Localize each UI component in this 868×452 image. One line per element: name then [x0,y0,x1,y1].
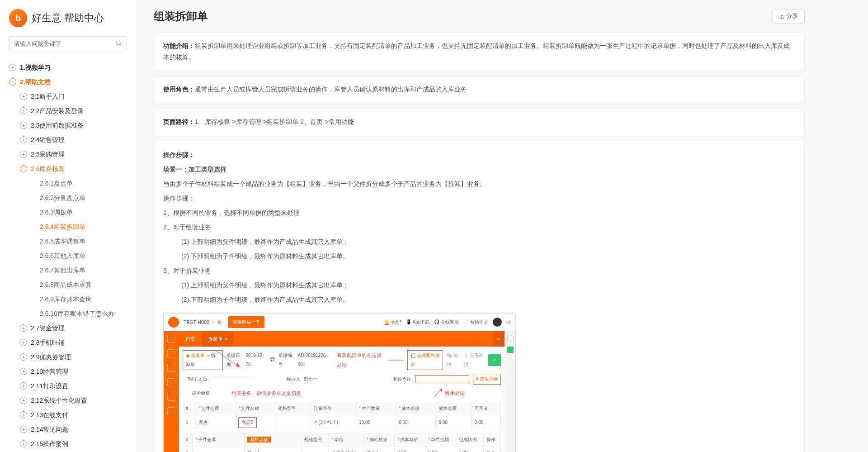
tool-icon [507,336,514,342]
ss-date-label: 单据日期 [226,351,242,369]
scene1-desc: 当由多个子件材料组装成一个成品的业务为【组装】业务，当由一个父件拆分成多个子产品… [163,177,795,190]
ss-help: ❔ 帮助中心 [463,318,488,327]
nav-item-video[interactable]: +1.视频学习 [9,60,127,75]
search-input[interactable] [9,36,127,51]
ss-logo-icon [168,317,179,328]
ss-msg: 🔔 消息● [384,317,402,327]
nav-leaf-261[interactable]: 2.6.1盘点单 [40,176,127,190]
ss-leftbar [164,331,179,452]
nav-sub-29[interactable]: +2.9优惠券管理 [20,350,127,364]
role-card: 使用角色：通常由生产人员或库管人员完成拆装业务的操作，库管人员确认原材料的出库和… [154,76,805,103]
nav-item-docs[interactable]: −2.帮助文档 [9,75,127,89]
nav-sub-211[interactable]: +2.11打印设置 [20,379,127,393]
step3a: (1) 上部明细为父件明细，最终作为原材料生成其它出库单； [163,279,795,291]
ss-btn-op: 操作 [447,353,458,367]
ss-main: 首页 拆装单 × × ◉ 组装单 ○ 拆卸单 单据日期 2019-12-26 📅 [179,331,505,452]
svg-line-1 [120,44,122,46]
steps2-label: 操作步骤： [163,192,795,205]
nav-sub-26[interactable]: −2.6库存核算 [20,162,127,176]
scene1-label: 场景一：加工类型选择 [163,166,226,173]
plus-icon: + [20,440,27,447]
nav-sub-23[interactable]: +2.3使用前数据准备 [20,118,127,133]
svg-line-6 [434,390,441,397]
steps-label: 操作步骤： [163,151,195,158]
nav-sub-22[interactable]: +2.2产品安装及登录 [20,104,127,118]
logo-icon: b [9,9,27,27]
path-card: 页面路径：1、库存核算->库存管理->组装拆卸单 2、首页->常用功能 [154,109,805,135]
nav-sub-24[interactable]: +2.4销售管理 [20,133,127,147]
nav-leaf-265[interactable]: 2.6.5成本调整单 [40,234,127,248]
ss-handler-label: *经手人员 [187,375,207,384]
intro-card: 功能介绍：组装拆卸单用来处理企业组装或拆卸等加工业务，支持有固定装配清单的产品加… [154,33,805,71]
ss-code-val: AD-20191226-001 [298,351,330,369]
nav-sub-213[interactable]: +2.13在线支付 [20,408,127,422]
plus-icon: + [20,151,27,158]
ss-rightcol [505,331,515,452]
plus-icon: + [20,426,27,433]
ss-verifier-val: 刘小一 [304,375,317,384]
home-icon [167,335,175,343]
share-icon [779,14,784,19]
nav-sub-215[interactable]: +2.15操作案例 [20,437,127,451]
sidebar: b 好生意 帮助中心 +1.视频学习 −2.帮助文档 +2.1新手入门 +2.2… [0,0,136,452]
table-row: 1商品 1个(1个=1个)30.000.000.000.00⊕ ⊖ [183,446,501,452]
intro-text: 组装拆卸单用来处理企业组装或拆卸等加工业务，支持有固定装配清单的产品加工业务，也… [163,42,790,61]
expand-icon [507,347,514,353]
svg-point-0 [117,41,120,44]
plus-icon: + [20,411,27,419]
path-text: 1、库存核算->库存管理->组装拆卸单 2、首页->常用功能 [195,118,354,125]
nav-leaf-267[interactable]: 2.6.7其他出库单 [40,263,127,277]
nav: +1.视频学习 −2.帮助文档 +2.1新手入门 +2.2产品安装及登录 +2.… [9,60,127,451]
doc-icon [167,378,175,386]
nav-sub-21[interactable]: +2.1新手入门 [20,89,127,104]
ss-service: 🎧 在线客服 [434,318,459,327]
plus-icon: + [20,353,27,361]
box-icon [167,349,175,357]
step2: 2、对于组装业务 [163,221,795,233]
ss-btn-select: 选择配料清单 [410,353,440,367]
share-button[interactable]: 分享 [772,9,805,24]
ss-cost-label: 成本金额 [192,389,210,398]
ss-anno1: 有装配清单的在这里处理 [337,350,384,370]
ss-code-label: 单据编号 [278,351,294,369]
nav-leaf-2610[interactable]: 2.6.10库存账本错了怎么办 [40,306,127,321]
search-icon[interactable] [116,40,122,48]
ss-user: cc [506,318,511,327]
ss-radio-assemble: 组装单 [191,353,205,358]
search-box [9,36,127,51]
nav-sub-25[interactable]: +2.5采购管理 [20,147,127,162]
ss-trial-btn: 我要购买一下 [228,316,264,328]
plus-icon: + [20,324,27,332]
ss-avatar-icon [493,318,502,327]
arrow-icon [388,358,404,362]
minus-icon: − [9,78,16,86]
nav-sub-214[interactable]: +2.14常见问题 [20,422,127,437]
nav-leaf-268[interactable]: 2.6.8商品成本重算 [40,277,127,292]
plus-icon: + [20,397,27,404]
nav-leaf-262[interactable]: 2.6.2分量盘点单 [40,190,127,205]
nav-sub-212[interactable]: +2.12系统个性化设置 [20,393,127,408]
nav-sub-210[interactable]: +2.10经营管理 [20,364,127,379]
ss-tab-doc: 拆装单 × [202,331,233,347]
step2a: (1) 上部明细为父件明细，最终作为产成品生成其它入库单； [163,235,795,248]
ss-app: 📱 App下载 [406,318,429,327]
ss-code: TEST-H002 [184,317,209,327]
nav-leaf-266[interactable]: 2.6.6其他入库单 [40,248,127,263]
nav-leaf-269[interactable]: 2.6.9库存账本查询 [40,292,127,306]
nav-sub-28[interactable]: +2.8手机旺铺 [20,335,127,350]
report-icon [167,393,175,401]
plus-icon: + [20,107,27,114]
nav-leaf-264[interactable]: 2.6.4组装拆卸单 [40,219,127,234]
ss-date-val: 2019-12-26 [245,351,265,369]
plus-icon: + [20,339,27,346]
ss-cost-btn: ¥ 费用分摊 [473,374,501,385]
steps-content: 操作步骤： 场景一：加工类型选择 当由多个子件材料组装成一个成品的业务为【组装】… [154,141,805,452]
plus-icon: + [9,64,16,71]
plus-icon: + [20,93,27,100]
page-title: 组装拆卸单 [154,9,208,24]
role-label: 使用角色： [163,86,195,93]
nav-leaf-263[interactable]: 2.6.3调拨单 [40,205,127,219]
path-label: 页面路径： [163,118,195,125]
nav-sub-27[interactable]: +2.7资金管理 [20,321,127,335]
table-row: 1库房 商品B 个(1个=1个)10.00 0.000.000.00 [183,415,501,430]
